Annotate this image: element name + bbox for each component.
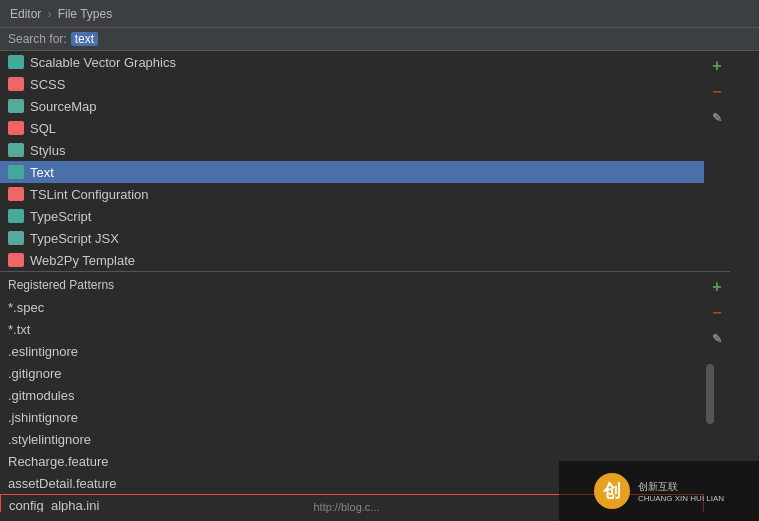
file-type-label: TypeScript JSX [30,231,119,246]
file-type-label: Text [30,165,54,180]
pattern-label: config_alpha.ini [9,498,99,513]
pattern-label: Recharge.feature [8,454,108,469]
pattern-item[interactable]: *.txt [0,318,704,340]
file-type-item[interactable]: Stylus [0,139,704,161]
add-pattern-button[interactable]: + [706,276,728,298]
breadcrumb-separator: › [47,6,51,21]
file-type-icon [8,99,24,113]
file-types-panel: Scalable Vector GraphicsSCSSSourceMapSQL… [0,51,730,512]
watermark-line2: CHUANG XIN HUI LIAN [638,494,724,503]
file-type-item[interactable]: SourceMap [0,95,704,117]
pattern-label: .jshintignore [8,410,78,425]
file-types-section: Scalable Vector GraphicsSCSSSourceMapSQL… [0,51,730,272]
file-type-item[interactable]: Scalable Vector Graphics [0,51,704,73]
file-type-icon [8,55,24,69]
pattern-item[interactable]: .stylelintignore [0,428,704,450]
pattern-item[interactable]: .eslintignore [0,340,704,362]
file-type-label: SCSS [30,77,65,92]
edit-pattern-button[interactable]: ✎ [706,328,728,350]
file-type-label: Web2Py Template [30,253,135,268]
watermark-url: http://blog.c... [313,501,379,513]
file-type-icon [8,165,24,179]
title-bar: Editor › File Types [0,0,759,28]
file-type-label: TSLint Configuration [30,187,149,202]
pattern-label: .gitmodules [8,388,74,403]
add-file-type-button[interactable]: + [706,55,728,77]
file-type-item[interactable]: Web2Py Template [0,249,704,271]
pattern-item[interactable]: .jshintignore [0,406,704,428]
file-type-icon [8,209,24,223]
file-type-item[interactable]: TypeScript JSX [0,227,704,249]
file-type-item[interactable]: SCSS [0,73,704,95]
pattern-label: *.spec [8,300,44,315]
pattern-label: .gitignore [8,366,61,381]
edit-file-type-button[interactable]: ✎ [706,107,728,129]
file-type-label: SQL [30,121,56,136]
file-type-item[interactable]: TypeScript [0,205,704,227]
remove-pattern-button[interactable]: − [706,302,728,324]
watermark: 创 创新互联 CHUANG XIN HUI LIAN [559,461,759,521]
patterns-section-title: Registered Patterns [0,272,704,296]
watermark-line1: 创新互联 [638,480,724,494]
pattern-label: .stylelintignore [8,432,91,447]
content-area: Scalable Vector GraphicsSCSSSourceMapSQL… [0,51,759,512]
file-types-right-panel: + − ✎ [704,51,730,271]
file-type-icon [8,231,24,245]
pattern-label: .eslintignore [8,344,78,359]
file-type-label: Scalable Vector Graphics [30,55,176,70]
watermark-logo: 创 [594,473,630,509]
file-type-icon [8,253,24,267]
file-types-list: Scalable Vector GraphicsSCSSSourceMapSQL… [0,51,704,271]
pattern-item[interactable]: *.spec [0,296,704,318]
search-value[interactable]: text [71,32,98,46]
file-type-icon [8,187,24,201]
file-type-item[interactable]: TSLint Configuration [0,183,704,205]
file-type-icon [8,77,24,91]
pattern-item[interactable]: .gitignore [0,362,704,384]
patterns-actions: + − ✎ [704,272,730,354]
file-type-label: SourceMap [30,99,96,114]
file-type-icon [8,143,24,157]
file-type-item[interactable]: Text [0,161,704,183]
pattern-item[interactable]: .gitmodules [0,384,704,406]
editor-label: Editor [10,7,41,21]
file-types-actions: + − ✎ [704,51,730,271]
file-type-icon [8,121,24,135]
pattern-label: *.txt [8,322,30,337]
watermark-icon: 创 [603,479,621,503]
file-types-label: File Types [58,7,112,21]
file-type-label: Stylus [30,143,65,158]
search-label: Search for: [8,32,67,46]
watermark-text-block: 创新互联 CHUANG XIN HUI LIAN [638,480,724,503]
pattern-label: assetDetail.feature [8,476,116,491]
remove-file-type-button[interactable]: − [706,81,728,103]
file-type-label: TypeScript [30,209,91,224]
file-type-item[interactable]: SQL [0,117,704,139]
search-bar: Search for: text [0,28,759,51]
